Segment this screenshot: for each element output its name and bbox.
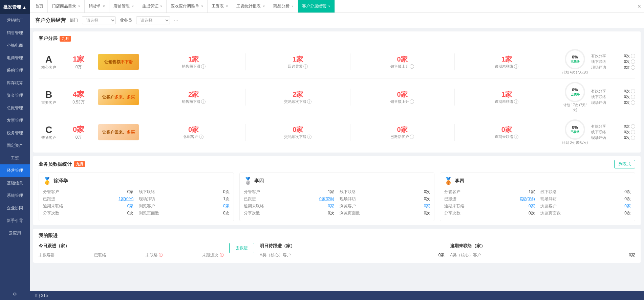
tier-right-stats-C: 有效分享 0次 i 线下联络 0次 i 现场拜访 0次 i: [591, 124, 635, 141]
sidebar-item-小畅电商[interactable]: 小畅电商: [0, 39, 30, 52]
staff-label: 业务员: [120, 18, 132, 23]
tab-门店商品目录[interactable]: 门店商品目录×: [48, 0, 85, 13]
tier-circle-A: 0% 已联络 计划 4次 (7天/次): [561, 49, 588, 75]
sidebar-item-云应用[interactable]: 云应用: [0, 227, 30, 239]
staff-name: 徐泽华: [53, 178, 68, 184]
tier-right-stats-A: 有效分享 0次 i 线下联络 0次 i 现场拜访 0次 i: [591, 53, 635, 71]
today-followup-title: 今日跟进（家）: [39, 243, 224, 249]
tab-close-销货单[interactable]: ×: [103, 4, 105, 8]
sidebar-item-库存核算[interactable]: 库存核算: [0, 77, 30, 89]
sidebar-item-资金管理[interactable]: 资金管理: [0, 89, 30, 102]
tier-shape-A: 让销售额不下滑: [98, 54, 139, 70]
sidebar-item-工资[interactable]: 工资: [0, 152, 30, 164]
tab-销货单[interactable]: 销货单×: [85, 0, 109, 13]
sidebar-item-基础信息[interactable]: 基础信息: [0, 177, 30, 189]
staff-stat-left: 分管客户 1家: [444, 188, 535, 195]
metric-B-0: 2家 销售额下滑 i: [142, 89, 246, 106]
staff-stat-right: 现场拜访 1次: [139, 195, 229, 203]
metric-B-1: 2家 交易频次下滑 i: [246, 89, 350, 106]
main-area: 首页门店商品目录×销货单×店铺管理×生成凭证×应收应付调整单×工资表×工资统计报…: [30, 0, 644, 300]
followup-overdue-label: 未跟进次 ①: [202, 252, 223, 258]
followup-section: 我的跟进 今日跟进（家） 未跟客群 已联络 未联络 ① 未跟进次 ① 去跟进 明…: [33, 229, 641, 263]
staff-stat-right: 浏览客户 0家: [340, 203, 430, 210]
tab-店铺管理[interactable]: 店铺管理×: [109, 0, 138, 13]
tab-客户分层经营[interactable]: 客户分层经营×: [298, 0, 335, 13]
sidebar-item-采购管理[interactable]: 采购管理: [0, 64, 30, 77]
tier-label-B: B 重要客户: [39, 89, 59, 105]
sidebar-item-总账管理[interactable]: 总账管理: [0, 102, 30, 114]
tier-metrics-C: 0家 休眠客户 i 0家 交易频次下滑 i 0家 已激活客户 i 0家 逾期未联…: [142, 124, 559, 141]
sidebar-item-税务管理[interactable]: 税务管理: [0, 127, 30, 139]
staff-stat-right: 现场拜访 0次: [340, 195, 430, 203]
sidebar-item-经营管理[interactable]: 经营管理: [0, 164, 30, 177]
staff-stat-right: 浏览客户 0家: [540, 203, 631, 210]
sidebar-item-电商管理[interactable]: 电商管理: [0, 52, 30, 64]
overdue-row: A类（核心）客户 0家: [450, 252, 635, 259]
tomorrow-a-label: A类（核心）客户: [260, 252, 291, 258]
tab-close-工资统计报表[interactable]: ×: [263, 4, 265, 8]
today-followup-col: 今日跟进（家） 未跟客群 已联络 未联络 ① 未跟进次 ①: [39, 243, 224, 259]
overdue-col: 逾期未联络（家） A类（核心）客户 0家: [450, 243, 635, 259]
tab-close-应收应付调整单[interactable]: ×: [201, 4, 203, 8]
sidebar-item-发票管理[interactable]: 发票管理: [0, 114, 30, 127]
sidebar-item-固定资产[interactable]: 固定资产: [0, 139, 30, 152]
sidebar-item-系统管理[interactable]: 系统管理: [0, 189, 30, 202]
tab-应收应付调整单[interactable]: 应收应付调整单×: [167, 0, 208, 13]
overdue-a-val: 0家: [629, 252, 635, 258]
tab-商品分析[interactable]: 商品分析×: [269, 0, 298, 13]
month-badge: 九月: [60, 36, 71, 42]
metric-C-3: 0家 逾期未联络 i: [455, 124, 559, 141]
tab-工资表[interactable]: 工资表×: [208, 0, 232, 13]
tier-row-C: C 普通客户 0家 0万 让客户回来、多买 0家 休眠客户 i 0家 交易频次下…: [39, 116, 635, 148]
goto-followup-button[interactable]: 去跟进: [229, 243, 254, 253]
staff-month-badge: 九月: [74, 161, 85, 167]
close-all-icon[interactable]: ✕: [637, 4, 641, 9]
staff-stat-right: 浏览页面数 0次: [139, 210, 229, 217]
tomorrow-a-val: 0家: [438, 252, 445, 258]
staff-title: 业务员数据统计 九月: [39, 161, 85, 167]
staff-select[interactable]: 请选择: [136, 16, 170, 24]
staff-stat-left: 已跟进 0家(0%): [444, 195, 535, 203]
metric-A-3: 1家 逾期未联络 i: [455, 53, 559, 70]
minimize-icon[interactable]: —: [630, 4, 635, 9]
tier-stat-C: 0家 0万: [62, 124, 95, 140]
tab-bar-end: — ✕: [630, 4, 644, 9]
tab-工资统计报表[interactable]: 工资统计报表×: [232, 0, 269, 13]
bottom-bar: It } 315: [30, 291, 644, 300]
followup-title: 我的跟进: [39, 233, 635, 239]
tab-close-生成凭证[interactable]: ×: [160, 4, 163, 8]
tab-close-商品分析[interactable]: ×: [292, 4, 294, 8]
staff-stat-right: 线下联络 0次: [540, 188, 631, 195]
tab-生成凭证[interactable]: 生成凭证×: [138, 0, 167, 13]
tier-right-stats-B: 有效分享 0次 i 线下联络 0次 i 现场拜访 0次 i: [591, 89, 635, 106]
metric-B-3: 1家 逾期未联络 i: [455, 89, 559, 106]
sidebar-item-销售管理[interactable]: 销售管理: [0, 27, 30, 39]
staff-left-col: 分管客户 1家 已跟进 0家(0%) 逾期未联络 0家 分享次数 0次: [244, 188, 334, 217]
staff-stat-right: 浏览页面数 0次: [540, 210, 631, 217]
tab-首页[interactable]: 首页: [31, 0, 48, 13]
tier-row-A: A 核心客户 1家 0万 让销售额不下滑 1家 销售额下滑 i 1家 回购异常 …: [39, 46, 635, 78]
customer-tier-section: 客户分层 九月 A 核心客户 1家 0万 让销售额不下滑 1家 销售额下滑 i …: [33, 31, 641, 153]
list-view-button[interactable]: 列表式: [614, 160, 635, 168]
tab-close-店铺管理[interactable]: ×: [132, 4, 134, 8]
tier-label-A: A 核心客户: [39, 54, 59, 70]
dept-select[interactable]: 请选择: [82, 16, 116, 24]
tab-close-工资表[interactable]: ×: [226, 4, 228, 8]
staff-stat-left: 分享次数 0次: [244, 210, 334, 217]
tier-metrics-A: 1家 销售额下滑 i 1家 回购异常 i 0家 销售额上升 i 1家 逾期未联络…: [142, 53, 559, 70]
more-options-icon[interactable]: ···: [174, 18, 178, 23]
tier-shape-B: 让客户多来、多买: [98, 89, 139, 105]
staff-card-2: 🥉 李四 分管客户 1家 已跟进 0家(0%) 逾期未联络 0家 分享次数 0次…: [440, 172, 635, 221]
staff-right-col: 线下联络 0次 现场拜访 1次 浏览客户 0家 浏览页面数 0次: [139, 188, 229, 217]
sidebar-item-新手引导[interactable]: 新手引导: [0, 214, 30, 227]
staff-card-0: 🥇 徐泽华 分管客户 0家 已跟进 1家(0%) 逾期未联络 0家 分享次数 0…: [39, 172, 234, 221]
staff-stat-left: 逾期未联络 0家: [244, 203, 334, 210]
sidebar-item-营销推广[interactable]: 营销推广: [0, 14, 30, 27]
staff-name-row: 🥈 李四: [244, 177, 430, 185]
followup-contacted: 已联络: [94, 252, 106, 258]
sidebar-settings[interactable]: ⚙: [0, 288, 30, 300]
tab-close-客户分层经营[interactable]: ×: [328, 4, 330, 8]
sidebar-item-企业协同[interactable]: 企业协同: [0, 202, 30, 214]
gear-icon: ⚙: [13, 292, 17, 297]
tab-close-门店商品目录[interactable]: ×: [78, 4, 80, 8]
